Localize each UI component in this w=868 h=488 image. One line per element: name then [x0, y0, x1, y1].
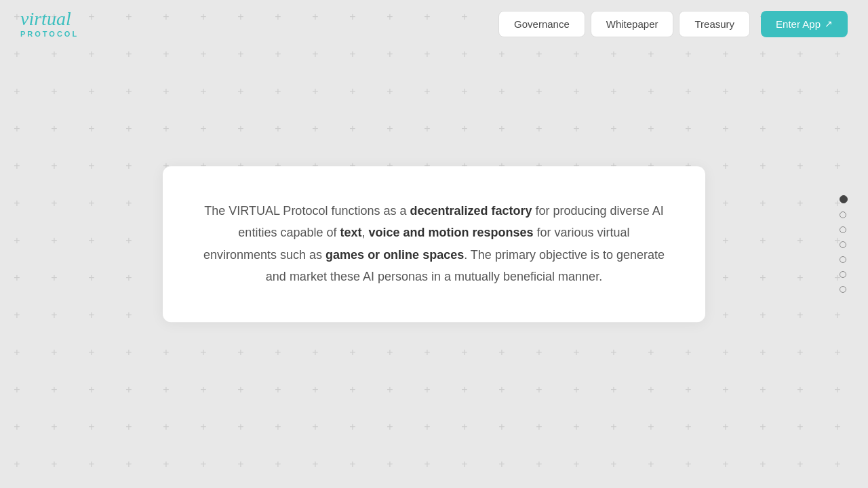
bold-voice-motion: voice and motion responses: [369, 226, 534, 240]
nav-dot-5[interactable]: [840, 256, 846, 263]
nav-dot-3[interactable]: [840, 226, 846, 233]
content-wrapper: The VIRTUAL Protocol functions as a dece…: [163, 166, 705, 322]
main-paragraph: The VIRTUAL Protocol functions as a dece…: [203, 200, 665, 288]
logo: virtual PROTOCOL: [20, 9, 79, 38]
bold-decentralized-factory: decentralized factory: [410, 204, 532, 218]
nav-dot-2[interactable]: [840, 211, 846, 218]
logo-subtitle: PROTOCOL: [20, 30, 79, 38]
nav-links: Governance Whitepaper Treasury Enter App…: [498, 11, 848, 37]
treasury-button[interactable]: Treasury: [679, 11, 750, 37]
governance-button[interactable]: Governance: [498, 11, 585, 37]
whitepaper-button[interactable]: Whitepaper: [591, 11, 674, 37]
content-card: The VIRTUAL Protocol functions as a dece…: [163, 166, 705, 322]
bold-text: text: [340, 226, 361, 240]
external-link-icon: ↗: [825, 18, 833, 29]
logo-text: virtual: [20, 9, 71, 28]
nav-dot-7[interactable]: [840, 286, 846, 293]
enter-app-label: Enter App: [776, 18, 821, 30]
nav-dot-6[interactable]: [840, 271, 846, 278]
bold-games-online: games or online spaces: [326, 248, 464, 262]
enter-app-button[interactable]: Enter App ↗: [761, 11, 848, 37]
nav-dot-1[interactable]: [840, 195, 848, 203]
navbar: virtual PROTOCOL Governance Whitepaper T…: [0, 0, 868, 47]
nav-dot-4[interactable]: [840, 241, 846, 248]
side-navigation-dots: [840, 195, 848, 293]
